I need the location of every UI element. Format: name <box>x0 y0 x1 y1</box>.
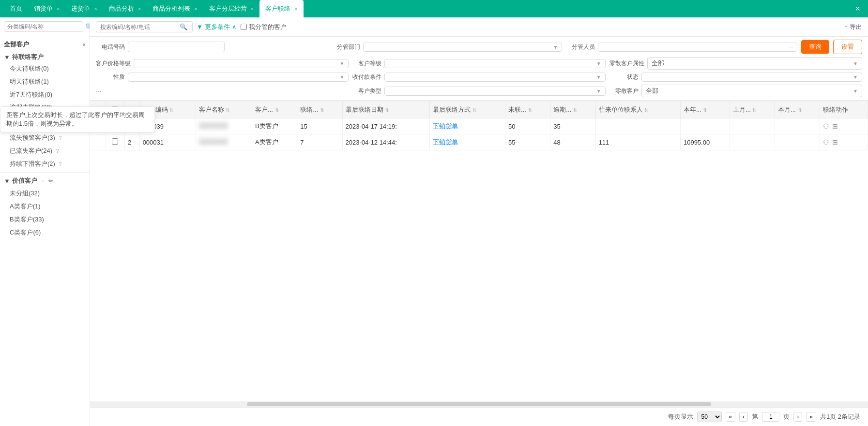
row1-last-contact-method[interactable]: 下销货单 <box>430 118 505 134</box>
nav-purchase-close[interactable]: × <box>94 0 97 17</box>
filter-payment-label: 收付款条件 <box>352 73 381 81</box>
sidebar-pending-group[interactable]: ▼ 待联络客户 <box>0 51 90 62</box>
page-number-input[interactable] <box>762 412 779 422</box>
filter-nature-select[interactable]: ▼ <box>128 73 349 82</box>
more-filter-btn[interactable]: ▼ 更多条件 ∧ <box>197 23 237 31</box>
filter-manager-label: 分管人员 <box>566 43 595 51</box>
col-last-contact-method: 最后联络方式 ⇅ <box>430 102 505 118</box>
last-page-btn[interactable]: » <box>806 412 816 422</box>
col-action: 联络动作 <box>820 102 868 118</box>
sidebar-item-ungrouped[interactable]: 未分组(32) <box>0 187 90 200</box>
row2-this-month <box>775 134 820 150</box>
nav-purchase[interactable]: 进货单 × <box>65 0 103 17</box>
nav-customer-contact-close[interactable]: × <box>294 0 297 17</box>
filter-customer-type-label: 客户类型 <box>352 87 381 95</box>
first-page-btn[interactable]: « <box>726 412 736 422</box>
lost-info-icon[interactable]: ? <box>56 148 59 154</box>
settings-button[interactable]: 设置 <box>833 40 862 54</box>
sidebar-item-c-class[interactable]: C类客户(6) <box>0 226 90 239</box>
filter-status-arrow: ▼ <box>853 74 858 80</box>
row2-grid-icon[interactable]: ⊞ <box>832 138 838 146</box>
row2-select-checkbox[interactable] <box>112 138 118 145</box>
row1-last-month <box>730 118 775 134</box>
horizontal-scrollbar[interactable] <box>90 401 868 407</box>
filter-payment: 收付款条件 ▼ <box>352 73 605 82</box>
filter-customer-type-select[interactable]: ▼ <box>384 87 605 96</box>
row2-last-contact-method[interactable]: 下销货单 <box>430 134 505 150</box>
total-label: 共1页 2条记录 <box>820 412 860 421</box>
filter-status-label: 状态 <box>609 73 639 81</box>
filter-manager-select[interactable]: ··· <box>598 43 797 52</box>
sidebar-item-loss-warning[interactable]: 流失预警客户(3) ? <box>0 132 90 145</box>
nav-sales-close[interactable]: × <box>57 0 60 17</box>
sidebar-all-customers[interactable]: 全部客户 « <box>0 36 90 51</box>
nav-home[interactable]: 首页 <box>4 0 28 17</box>
my-customer-checkbox[interactable] <box>241 24 247 30</box>
filter-retail-attr-select[interactable]: 全部 ▼ <box>647 57 862 70</box>
declining-info-icon[interactable]: ? <box>59 161 61 167</box>
nav-customer-contact[interactable]: 客户联络 × <box>259 0 303 17</box>
query-button[interactable]: 查询 <box>801 40 829 54</box>
nav-product-analysis-close[interactable]: × <box>138 0 141 17</box>
per-page-select[interactable]: 50 100 <box>697 411 722 422</box>
row1-this-year <box>680 118 730 134</box>
row2-checkbox[interactable] <box>106 134 124 150</box>
filter-nature: 性质 ▼ <box>96 73 349 82</box>
scroll-thumb[interactable] <box>247 402 711 406</box>
row1-link-icon[interactable]: ⚇ <box>823 122 829 130</box>
row2-link-icon[interactable]: ⚇ <box>823 138 829 146</box>
filter-customer-level-select[interactable]: ▼ <box>384 59 605 68</box>
sidebar-search-icon[interactable]: 🔍 <box>85 23 90 30</box>
main-layout: 🔍 全部客户 « ▼ 待联络客户 今天待联络(0) 明天待联络(1) 近7天待联… <box>0 17 868 426</box>
table-body: 1 000039 B类客户 15 2023-04-17 14:19: 下销货单 … <box>90 118 868 150</box>
nav-product-list-close[interactable]: × <box>194 0 197 17</box>
prev-page-btn[interactable]: ‹ <box>739 412 748 422</box>
filter-payment-select[interactable]: ▼ <box>384 73 605 82</box>
next-page-btn[interactable]: › <box>793 412 802 422</box>
nav-customer-layered[interactable]: 客户分层经营 × <box>203 0 259 17</box>
filter-row-4: ··· 客户类型 ▼ 零散客户 全部 ▼ <box>96 85 862 97</box>
filter-phone: 电话号码 <box>96 42 327 52</box>
loss-warning-info-icon[interactable]: ? <box>59 135 61 141</box>
main-search-icon[interactable]: 🔍 <box>180 23 187 30</box>
nav-product-analysis-list[interactable]: 商品分析列表 × <box>147 0 203 17</box>
filter-customer-type-arrow: ▼ <box>596 88 601 94</box>
sidebar-collapse-btn[interactable]: « <box>82 41 86 48</box>
sidebar-item-7days[interactable]: 近7天待联络(0) <box>0 88 90 102</box>
row1-name <box>196 118 252 134</box>
filter-price-level-select[interactable]: ▼ <box>134 59 349 68</box>
sidebar-item-tomorrow[interactable]: 明天待联络(1) <box>0 75 90 88</box>
my-customer-checkbox-area[interactable]: 我分管的客户 <box>241 23 287 31</box>
search-box: 🔍 <box>96 21 193 32</box>
row1-contact: 15 <box>297 118 342 134</box>
export-button[interactable]: ↑ 导出 <box>845 23 863 31</box>
table-row: 2 000031 A类客户 7 2023-04-12 14:44: 下销货单 5… <box>90 134 868 150</box>
main-search-input[interactable] <box>100 24 178 30</box>
sidebar-value-group[interactable]: ▼ 价值客户 ○ ✏ <box>0 175 90 187</box>
sidebar-item-b-class[interactable]: B类客户(33) <box>0 213 90 226</box>
sidebar-search-input[interactable] <box>4 21 83 32</box>
sidebar-item-today[interactable]: 今天待联络(0) <box>0 62 90 75</box>
value-group-edit-icon[interactable]: ○ <box>41 178 45 184</box>
filter-nature-arrow: ▼ <box>339 74 344 80</box>
row2-last-month <box>730 134 775 150</box>
window-close-button[interactable]: × <box>851 4 864 14</box>
filter-retail-customer-select[interactable]: 全部 ▼ <box>641 85 862 97</box>
sidebar-item-lost[interactable]: 已流失客户(24) ? <box>0 145 90 158</box>
nav-sales[interactable]: 销货单 × <box>28 0 65 17</box>
value-group-edit2-icon[interactable]: ✏ <box>48 178 53 184</box>
filter-customer-level-arrow: ▼ <box>596 61 601 66</box>
row1-grid-icon[interactable]: ⊞ <box>832 122 838 130</box>
filter-dots-btn[interactable]: ··· <box>96 87 102 95</box>
nav-product-analysis[interactable]: 商品分析 × <box>103 0 147 17</box>
filter-dept-select[interactable]: ▼ <box>363 43 563 52</box>
nav-customer-layered-close[interactable]: × <box>251 0 254 17</box>
row2-contact-person: 111 <box>595 134 680 150</box>
filter-status-select[interactable]: ▼ <box>641 73 862 82</box>
col-type: 客户... ⇅ <box>252 102 297 118</box>
sidebar-divider2 <box>0 172 90 173</box>
sidebar-item-a-class[interactable]: A类客户(1) <box>0 200 90 213</box>
filter-phone-input[interactable] <box>128 42 225 52</box>
filter-customer-level-label: 客户等级 <box>352 59 381 68</box>
sidebar-item-declining[interactable]: 持续下滑客户(2) ? <box>0 158 90 171</box>
